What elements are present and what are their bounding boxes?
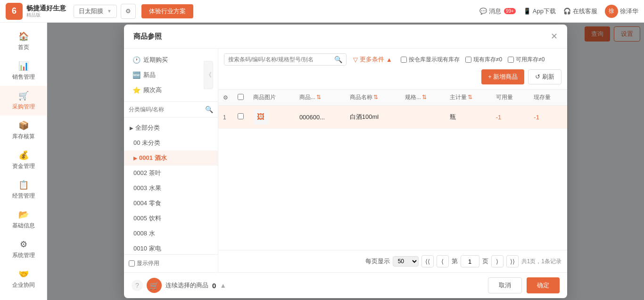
last-page-button[interactable]: ⟩⟩ bbox=[506, 255, 519, 267]
help-button[interactable]: ? bbox=[132, 280, 143, 291]
select-all-checkbox[interactable] bbox=[238, 94, 244, 100]
sidebar-item-sales[interactable]: 📊 销售管理 bbox=[0, 56, 47, 86]
cat-item-water[interactable]: 0008 水 bbox=[124, 226, 218, 241]
headphone-icon: 🎧 bbox=[563, 8, 571, 15]
category-search: 🔍 bbox=[124, 102, 218, 117]
avatar-initial: 徐 bbox=[609, 7, 614, 15]
product-table-area: ⚙ 商品图片 商品...⇅ 商品名称⇅ 规格...⇅ 主计量⇅ bbox=[218, 90, 567, 250]
sidebar-item-system[interactable]: ⚙ 系统管理 bbox=[0, 234, 47, 264]
app-download-btn[interactable]: 📱 App下载 bbox=[523, 7, 556, 16]
row-spec bbox=[400, 106, 445, 129]
app-download-label: App下载 bbox=[533, 7, 556, 16]
sidebar-label-enterprise: 企业协同 bbox=[12, 281, 35, 289]
brand-sub: 精品版 bbox=[26, 12, 66, 18]
show-disabled-checkbox[interactable] bbox=[129, 260, 135, 267]
row-image: 🖼 bbox=[248, 106, 295, 129]
cat-label: 0010 家电 bbox=[133, 244, 161, 253]
sidebar-label-inventory: 库存核算 bbox=[12, 133, 35, 141]
cat-item-snack[interactable]: 0004 零食 bbox=[124, 196, 218, 211]
category-search-icon[interactable]: 🔍 bbox=[205, 106, 213, 113]
cat-item-fruit[interactable]: 0003 水果 bbox=[124, 181, 218, 196]
stock-ne0-checkbox[interactable] bbox=[465, 57, 471, 63]
warehouse-checkbox[interactable] bbox=[401, 57, 407, 63]
finance-icon: 💰 bbox=[18, 150, 29, 160]
home-icon: 🏠 bbox=[18, 31, 29, 42]
operations-icon: 📋 bbox=[18, 180, 29, 190]
product-thumbnail: 🖼 bbox=[253, 109, 268, 125]
next-page-button[interactable]: ⟩ bbox=[491, 255, 504, 267]
row-stock: -1 bbox=[529, 106, 567, 129]
cat-item-appliance[interactable]: 0010 家电 bbox=[124, 241, 218, 254]
confirm-button[interactable]: 确定 bbox=[527, 277, 560, 293]
recent-icon: 🕐 bbox=[132, 56, 140, 64]
sidebar-item-guide[interactable]: 📖 新手引导 bbox=[0, 294, 47, 300]
filter-icon: ▽ bbox=[353, 56, 358, 63]
sidebar-item-enterprise[interactable]: 🤝 企业协同 bbox=[0, 264, 47, 294]
quick-access: 🕐 近期购买 🆕 新品 ⭐ 频次高 bbox=[124, 49, 218, 102]
filter-checkboxes: 按仓库显示现有库存 现有库存≠0 可用库存≠0 bbox=[401, 56, 545, 64]
cart-button[interactable]: 🛒 bbox=[147, 278, 162, 293]
question-icon: ? bbox=[135, 282, 139, 289]
page-number-input[interactable] bbox=[461, 255, 479, 267]
sidebar-item-purchase[interactable]: 🛒 采购管理 bbox=[0, 86, 47, 116]
row-select-checkbox[interactable] bbox=[238, 113, 244, 119]
sidebar-item-inventory[interactable]: 📦 库存核算 bbox=[0, 116, 47, 145]
cat-label: 0001 酒水 bbox=[139, 154, 167, 162]
col-unit[interactable]: 主计量⇅ bbox=[445, 90, 491, 106]
online-service-label: 在线客服 bbox=[573, 7, 597, 16]
sidebar-item-basic[interactable]: 📂 基础信息 bbox=[0, 205, 47, 234]
col-name[interactable]: 商品名称⇅ bbox=[345, 90, 400, 106]
cat-label: 0002 茶叶 bbox=[133, 169, 161, 177]
checkbox-stock-ne0[interactable]: 现有库存≠0 bbox=[465, 56, 502, 64]
available-ne0-checkbox[interactable] bbox=[508, 57, 514, 63]
recent-purchase-btn[interactable]: 🕐 近期购买 bbox=[129, 53, 201, 67]
checkbox-warehouse[interactable]: 按仓库显示现有库存 bbox=[401, 56, 460, 64]
product-table: ⚙ 商品图片 商品...⇅ 商品名称⇅ 规格...⇅ 主计量⇅ bbox=[218, 90, 567, 129]
cancel-button[interactable]: 取消 bbox=[488, 277, 522, 293]
add-product-button[interactable]: + 新增商品 bbox=[481, 69, 524, 84]
search-icon[interactable]: 🔍 bbox=[334, 56, 342, 63]
cat-item-uncategorized[interactable]: 00 未分类 bbox=[124, 135, 218, 150]
collapse-selection-button[interactable]: ▲ bbox=[220, 282, 226, 289]
store-selector[interactable]: 日太阳膜 ▼ bbox=[74, 5, 117, 18]
first-page-button[interactable]: ⟨⟨ bbox=[421, 255, 434, 267]
col-select-all[interactable] bbox=[233, 90, 248, 106]
user-profile[interactable]: 徐 徐泽华 bbox=[605, 5, 638, 18]
refresh-button[interactable]: ↺ 刷新 bbox=[528, 69, 561, 84]
col-spec[interactable]: 规格...⇅ bbox=[400, 90, 445, 106]
checkbox-available-ne0[interactable]: 可用库存≠0 bbox=[508, 56, 545, 64]
main-content: 查询 设置 商品参照 ✕ 🕐 近期购买 bbox=[47, 23, 644, 300]
row-checkbox[interactable] bbox=[233, 106, 248, 129]
cat-item-all[interactable]: ▶ 全部分类 bbox=[124, 120, 218, 135]
sidebar-label-purchase: 采购管理 bbox=[12, 103, 35, 111]
col-settings[interactable]: ⚙ bbox=[218, 90, 233, 106]
sidebar-item-operations[interactable]: 📋 经营管理 bbox=[0, 175, 47, 205]
frequent-btn[interactable]: ⭐ 频次高 bbox=[129, 83, 201, 97]
table-row[interactable]: 1 🖼 000600... bbox=[218, 106, 567, 129]
gear-button[interactable]: ⚙ bbox=[121, 4, 136, 19]
sidebar-item-home[interactable]: 🏠 首页 bbox=[0, 26, 47, 56]
col-code[interactable]: 商品...⇅ bbox=[295, 90, 345, 106]
collapse-panel-button[interactable]: 《 bbox=[204, 61, 213, 89]
show-disabled-label[interactable]: 显示停用 bbox=[129, 259, 159, 267]
experience-button[interactable]: 体验行业方案 bbox=[141, 4, 193, 18]
basic-icon: 📂 bbox=[18, 209, 29, 220]
selected-count: 0 bbox=[212, 282, 216, 290]
quick-buttons: 🕐 近期购买 🆕 新品 ⭐ 频次高 bbox=[129, 53, 201, 97]
sidebar-item-finance[interactable]: 💰 资金管理 bbox=[0, 145, 47, 175]
prev-page-button[interactable]: ⟨ bbox=[437, 255, 449, 267]
more-filter-button[interactable]: ▽ 更多条件 ▲ bbox=[350, 53, 395, 66]
filter-label: 更多条件 bbox=[360, 55, 384, 64]
messages-btn[interactable]: 💬 消息 99+ bbox=[479, 7, 516, 16]
online-service-btn[interactable]: 🎧 在线客服 bbox=[563, 7, 597, 16]
system-icon: ⚙ bbox=[20, 239, 27, 250]
category-search-input[interactable] bbox=[129, 106, 202, 113]
new-product-btn[interactable]: 🆕 新品 bbox=[129, 68, 201, 82]
product-search-input[interactable] bbox=[228, 56, 332, 63]
cat-item-liquor[interactable]: ▶ 0001 酒水 bbox=[124, 150, 218, 166]
modal-close-button[interactable]: ✕ bbox=[551, 31, 558, 42]
col-stock: 现存量 bbox=[529, 90, 567, 106]
cat-item-drink[interactable]: 0005 饮料 bbox=[124, 211, 218, 226]
cat-item-tea[interactable]: 0002 茶叶 bbox=[124, 166, 218, 181]
per-page-select[interactable]: 50 10 20 100 bbox=[393, 256, 419, 267]
